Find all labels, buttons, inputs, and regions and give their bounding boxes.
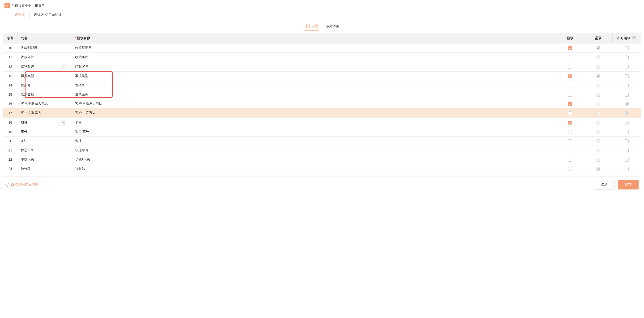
sub-tabs: 字段设置布局调整 (1, 19, 643, 31)
manage-custom-fields-link[interactable]: 管理自定义字段 (11, 183, 38, 187)
table-row: 18项目+项目 (3, 118, 641, 127)
cell-name: 收款到期日 (18, 44, 72, 53)
checkbox-noedit[interactable] (625, 148, 629, 152)
field-name: 快递单号 (21, 148, 34, 152)
checkbox-show[interactable] (568, 167, 572, 171)
main-tab-1[interactable]: 表体区-销货单明细 (30, 10, 66, 19)
save-button[interactable]: 保存 (618, 180, 638, 190)
checkbox-noedit[interactable] (625, 167, 629, 171)
checkbox-noedit[interactable] (625, 56, 629, 59)
cell-display-name[interactable]: 发票金额 (72, 90, 556, 99)
checkbox-noedit[interactable] (625, 140, 629, 143)
checkbox-required (596, 84, 600, 88)
field-name: 备注 (21, 139, 28, 143)
cell-show (556, 127, 584, 136)
cell-show (556, 164, 584, 174)
checkbox-noedit[interactable] (625, 84, 629, 88)
cell-display-name[interactable]: 项目.车号 (72, 127, 556, 136)
checkbox-show[interactable] (568, 111, 572, 115)
cell-noedit (612, 108, 641, 118)
field-name: 项目 (21, 120, 28, 124)
cell-name: 发票号 (18, 81, 72, 90)
expand-sidebar-button[interactable] (4, 3, 10, 8)
cell-required (584, 164, 612, 174)
checkbox-required (596, 121, 600, 124)
checkbox-show[interactable] (568, 74, 572, 78)
cell-display-name[interactable]: 结算客户 (72, 62, 556, 72)
checkbox-noedit[interactable] (625, 93, 629, 97)
cell-show (556, 90, 584, 99)
cell-required (584, 127, 612, 136)
checkbox-show[interactable] (568, 102, 572, 106)
checkbox-required (596, 148, 600, 152)
checkbox-noedit[interactable] (625, 130, 629, 134)
checkbox-show[interactable] (568, 140, 572, 143)
cell-required (584, 99, 612, 108)
checkbox-required (596, 74, 600, 78)
col-header-noedit: 不可编辑 ? (612, 33, 641, 44)
cell-seq: 11 (3, 53, 18, 62)
cell-display-name[interactable]: 客户.主联系人电话 (72, 99, 556, 108)
field-name: 车号 (21, 130, 28, 134)
cell-seq: 19 (3, 127, 18, 136)
cell-display-name[interactable]: 收款条件 (72, 53, 556, 62)
add-related-field-button[interactable]: + (62, 120, 66, 125)
cell-display-name[interactable]: 快递单号 (72, 146, 556, 155)
cell-name: 收款条件 (18, 53, 72, 62)
sub-tab-0[interactable]: 字段设置 (304, 23, 319, 31)
sub-tab-1[interactable]: 布局调整 (325, 23, 340, 31)
checkbox-show[interactable] (568, 148, 572, 152)
cell-display-name[interactable]: 步骤1人员 (72, 155, 556, 164)
cell-display-name[interactable]: 备注 (72, 136, 556, 146)
cancel-button[interactable]: 取消 (594, 180, 614, 190)
cell-display-name[interactable]: 客户.主联系人 (72, 108, 556, 118)
cell-seq: 22 (3, 155, 18, 164)
cell-noedit (612, 118, 641, 127)
table-row: 23预收款预收款 (3, 164, 641, 174)
cell-display-name[interactable]: 发票号 (72, 81, 556, 90)
field-name: 客户.主联系人 (21, 111, 42, 115)
cell-noedit (612, 72, 641, 81)
table-row: 10收款到期日收款到期日 (3, 44, 641, 53)
cell-seq: 13 (3, 72, 18, 81)
cell-display-name[interactable]: 预收款 (72, 164, 556, 174)
cell-display-name[interactable]: 票据类型 (72, 72, 556, 81)
cell-noedit (612, 53, 641, 62)
checkbox-noedit[interactable] (625, 74, 629, 78)
cell-display-name[interactable]: 项目 (72, 118, 556, 127)
cell-name: 备注 (18, 136, 72, 146)
checkbox-show[interactable] (568, 158, 572, 162)
cell-show (556, 155, 584, 164)
cell-required (584, 146, 612, 155)
checkbox-show[interactable] (568, 65, 572, 69)
checkbox-noedit[interactable] (625, 46, 629, 50)
cell-name: 结算客户+ (18, 62, 72, 72)
checkbox-show[interactable] (568, 121, 572, 124)
footer-bar: ? 管理自定义字段 取消 保存 (3, 176, 641, 193)
checkbox-noedit[interactable] (625, 65, 629, 69)
chevron-right-double-icon (6, 4, 8, 7)
table-row: 14发票号发票号 (3, 81, 641, 90)
cell-show (556, 146, 584, 155)
field-name: 发票号 (21, 83, 31, 88)
footer-help-icon[interactable]: ? (6, 183, 9, 187)
cell-display-name[interactable]: 收款到期日 (72, 44, 556, 53)
main-tab-0[interactable]: 表头区 (11, 10, 30, 19)
cell-required (584, 136, 612, 146)
checkbox-show[interactable] (568, 46, 572, 50)
checkbox-required (596, 102, 600, 106)
footer-right: 取消 保存 (594, 180, 638, 190)
checkbox-show[interactable] (568, 130, 572, 134)
help-icon[interactable]: ? (632, 36, 636, 40)
checkbox-noedit[interactable] (625, 158, 629, 162)
cell-seq: 18 (3, 118, 18, 127)
checkbox-show[interactable] (568, 84, 572, 88)
cell-show (556, 81, 584, 90)
checkbox-show[interactable] (568, 56, 572, 59)
checkbox-noedit (625, 102, 629, 106)
cell-show (556, 108, 584, 118)
cell-noedit (612, 62, 641, 72)
checkbox-show[interactable] (568, 93, 572, 97)
col-header-display: *显示名称 (72, 33, 556, 44)
add-related-field-button[interactable]: + (62, 64, 66, 69)
